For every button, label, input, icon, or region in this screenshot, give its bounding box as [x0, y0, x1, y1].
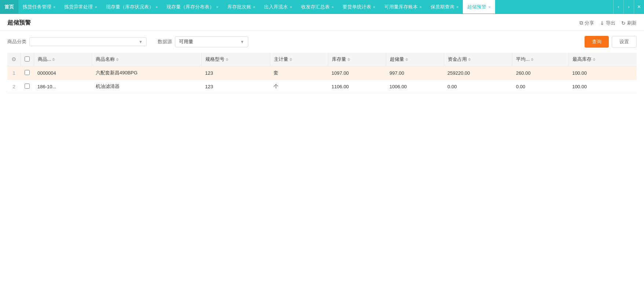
row-unit: 套 [270, 66, 328, 80]
table-row: 1 0000004 六配套新昌490BPG 123 套 1097.00 997.… [7, 66, 637, 80]
tab-5[interactable]: 库存批次账 × [223, 0, 260, 14]
row-unit: 个 [270, 80, 328, 93]
sort-capital-icon [468, 58, 471, 61]
category-chevron-icon: ▼ [139, 40, 143, 44]
sort-spec-icon [226, 58, 228, 61]
datasource-chevron-icon: ▼ [240, 40, 244, 44]
share-icon: ⧉ [579, 20, 583, 26]
row-checkbox[interactable] [25, 84, 30, 89]
th-capital[interactable]: 资金占用 [444, 53, 512, 66]
th-overstock[interactable]: 超储量 [386, 53, 444, 66]
page-title: 超储预警 [7, 19, 31, 27]
row-stock: 1106.00 [328, 80, 386, 93]
export-button[interactable]: ⇓ 导出 [600, 20, 615, 26]
tab-3[interactable]: 现存量（库存状况表） × [102, 0, 162, 14]
sort-unit-icon [289, 58, 292, 61]
gear-icon[interactable]: ⚙ [11, 56, 16, 62]
row-spec: 123 [201, 66, 270, 80]
category-label: 商品分类 [7, 38, 26, 45]
page-header: 超储预警 ⧉ 分享 ⇓ 导出 ↻ 刷新 [0, 14, 644, 31]
sort-name-icon [116, 58, 119, 61]
refresh-icon: ↻ [621, 20, 626, 26]
row-checkbox-cell [21, 80, 34, 93]
row-capital: 0.00 [444, 80, 512, 93]
th-unit[interactable]: 主计量 [270, 53, 328, 66]
share-button[interactable]: ⧉ 分享 [579, 20, 594, 26]
tab-8[interactable]: 要货单统计表 × [338, 0, 380, 14]
nav-arrow-left[interactable]: ‹ [613, 0, 623, 14]
close-tab-4[interactable]: × [216, 5, 218, 9]
sort-sku-icon [52, 58, 55, 61]
close-tab-9[interactable]: × [420, 5, 422, 9]
tab-9[interactable]: 可用量库存账本 × [380, 0, 426, 14]
data-table: ⚙ 商品... [7, 53, 637, 93]
row-avg: 0.00 [512, 80, 568, 93]
nav-home[interactable]: 首页 [0, 0, 18, 14]
datasource-select-value: 可用量 [179, 38, 193, 45]
close-tab-10[interactable]: × [456, 5, 458, 9]
row-sku: 0000004 [34, 66, 92, 80]
filter-area: 商品分类 ▼ 数据源 可用量 ▼ 查询 设置 [0, 31, 644, 53]
table-body: 1 0000004 六配套新昌490BPG 123 套 1097.00 997.… [7, 66, 637, 93]
tab-11[interactable]: 超储预警 × [463, 0, 495, 14]
close-tab-2[interactable]: × [95, 5, 97, 9]
datasource-filter: 数据源 可用量 ▼ [158, 36, 248, 47]
query-button[interactable]: 查询 [585, 36, 609, 48]
nav-arrows: ‹ › ✕ [613, 0, 644, 14]
datasource-select[interactable]: 可用量 ▼ [175, 36, 248, 47]
row-checkbox-cell [21, 66, 34, 80]
row-avg: 260.00 [512, 66, 568, 80]
table-header-row: ⚙ 商品... [7, 53, 637, 66]
th-spec[interactable]: 规格型号 [201, 53, 270, 66]
th-name[interactable]: 商品名称 [92, 53, 202, 66]
select-all-checkbox[interactable] [25, 56, 30, 62]
export-icon: ⇓ [600, 20, 604, 26]
row-checkbox[interactable] [25, 70, 30, 75]
main-content: 超储预警 ⧉ 分享 ⇓ 导出 ↻ 刷新 商品分类 ▼ 数据源 [0, 14, 644, 293]
row-maxstock: 100.00 [568, 66, 637, 80]
row-name: 机油滤清器 [92, 80, 202, 93]
row-overstock: 1006.00 [386, 80, 444, 93]
sort-stock-icon [347, 58, 350, 61]
close-tab-7[interactable]: × [332, 5, 334, 9]
th-stock[interactable]: 库存量 [328, 53, 386, 66]
tab-4[interactable]: 现存量（库存分布表） × [162, 0, 223, 14]
tab-6[interactable]: 出入库流水 × [260, 0, 296, 14]
close-tab-6[interactable]: × [290, 5, 292, 9]
header-actions: ⧉ 分享 ⇓ 导出 ↻ 刷新 [579, 20, 637, 26]
nav-arrow-close[interactable]: ✕ [634, 0, 644, 14]
table-row: 2 186-10... 机油滤清器 123 个 1106.00 1006.00 … [7, 80, 637, 93]
tab-2[interactable]: 拣货异常处理 × [60, 0, 101, 14]
row-stock: 1097.00 [328, 66, 386, 80]
datasource-label: 数据源 [158, 38, 172, 45]
row-overstock: 997.00 [386, 66, 444, 80]
settings-button[interactable]: 设置 [612, 36, 637, 48]
th-checkbox [21, 53, 34, 66]
category-filter: 商品分类 ▼ [7, 37, 147, 46]
nav-arrow-right[interactable]: › [623, 0, 634, 14]
close-tab-1[interactable]: × [53, 5, 55, 9]
close-tab-5[interactable]: × [253, 5, 255, 9]
tab-10[interactable]: 保质期查询 × [426, 0, 463, 14]
th-sku[interactable]: 商品... [34, 53, 92, 66]
row-maxstock: 100.00 [568, 80, 637, 93]
category-select[interactable]: ▼ [29, 37, 147, 46]
refresh-button[interactable]: ↻ 刷新 [621, 20, 637, 26]
tab-1[interactable]: 拣货任务管理 × [18, 0, 60, 14]
filter-buttons: 查询 设置 [585, 36, 637, 48]
th-avg[interactable]: 平均... [512, 53, 568, 66]
row-number: 2 [7, 80, 21, 93]
row-sku: 186-10... [34, 80, 92, 93]
sort-maxstock-icon [593, 58, 596, 61]
th-gear: ⚙ [7, 53, 21, 66]
table-container: ⚙ 商品... [0, 53, 644, 93]
nav-bar: 首页 拣货任务管理 × 拣货异常处理 × 现存量（库存状况表） × 现存量（库存… [0, 0, 644, 14]
tab-7[interactable]: 收发存汇总表 × [297, 0, 338, 14]
row-capital: 259220.00 [444, 66, 512, 80]
row-name: 六配套新昌490BPG [92, 66, 202, 80]
close-tab-11[interactable]: × [488, 5, 490, 9]
th-maxstock[interactable]: 最高库存 [568, 53, 637, 66]
close-tab-8[interactable]: × [373, 5, 375, 9]
row-spec: 123 [201, 80, 270, 93]
close-tab-3[interactable]: × [155, 5, 158, 9]
